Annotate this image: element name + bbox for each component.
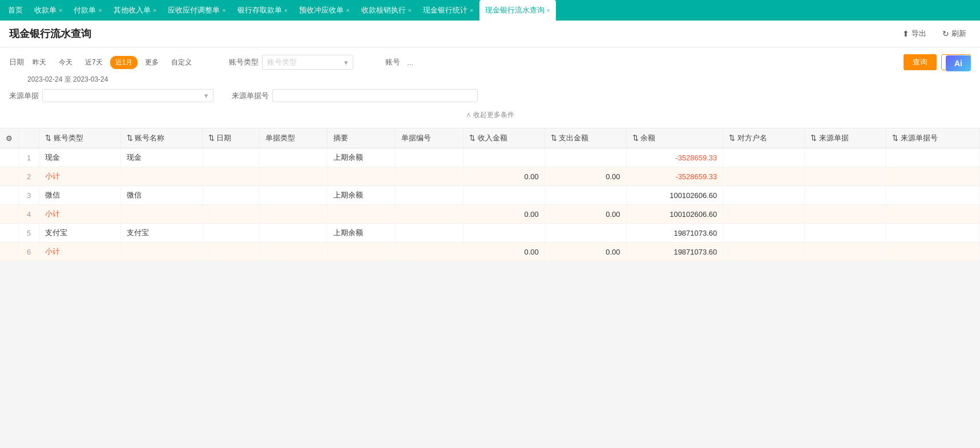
nav-item-bank-deposit[interactable]: 银行存取款单 × [232,0,293,21]
cell-doc-no [395,224,463,243]
ai-label: Ai [954,59,962,68]
nav-item-cash-bank-stats[interactable]: 现金银行统计 × [417,0,479,21]
cell-date [202,167,259,186]
cell-balance: -3528659.33 [626,167,723,186]
cell-expense: 0.00 [545,243,626,261]
cell-date [202,148,259,167]
cell-source-doc-no [886,186,979,205]
cell-summary [328,167,396,186]
cell-doc-type [260,224,328,243]
cell-balance: 19871073.60 [626,224,723,243]
table-row: 2 小计 0.00 0.00 -3528659.33 [0,167,980,186]
nav-item-ar-ap-adjust[interactable]: 应收应付调整单 × [162,0,231,21]
cell-source-doc-no [886,148,979,167]
nav-item-payment[interactable]: 付款单 × [68,0,107,21]
nav-item-cash-bank-flow[interactable]: 现金银行流水查询 × [479,0,556,21]
cell-gear [0,224,19,243]
cell-doc-no [395,243,463,261]
export-icon: ⬆ [902,29,909,38]
cell-gear [0,205,19,224]
th-gear[interactable]: ⚙ [0,128,19,148]
nav-bank-deposit-label: 银行存取款单 [237,5,282,15]
more-btn[interactable]: ... [404,57,417,68]
cell-source-doc-no [886,243,979,261]
cell-gear [0,186,19,205]
cell-balance: -3528659.33 [626,148,723,167]
ai-badge[interactable]: Ai [946,55,971,71]
cell-balance: 100102606.60 [626,205,723,224]
filter-row-1: 日期 昨天 今天 近7天 近1月 更多 自定义 账号类型 账号类型 ▾ 账号 .… [9,54,971,70]
date-buttons: 昨天 今天 近7天 近1月 更多 自定义 [27,56,197,69]
th-source-doc[interactable]: ⇅ 来源单据 [805,128,886,148]
collapse-bar[interactable]: ∧ 收起更多条件 [9,107,971,121]
cell-source-doc-no [886,205,979,224]
export-button[interactable]: ⬆ 导出 [898,26,931,41]
cell-counterparty [723,148,805,167]
th-expense[interactable]: ⇅ 支出金额 [545,128,626,148]
cell-counterparty [723,205,805,224]
nav-other-income-close[interactable]: × [153,7,156,14]
nav-item-receipt[interactable]: 收款单 × [29,0,68,21]
date-btn-1month[interactable]: 近1月 [110,56,138,69]
nav-ar-ap-close[interactable]: × [222,7,225,14]
chevron-down-icon: ▾ [344,58,348,67]
source-doc-num-input[interactable] [272,89,478,102]
cell-counterparty [723,224,805,243]
cell-seq: 4 [19,205,39,224]
nav-cash-flow-close[interactable]: × [547,7,550,14]
table-row: 4 小计 0.00 0.00 100102606.60 [0,205,980,224]
query-button[interactable]: 查询 [904,54,937,70]
cell-summary [328,205,396,224]
th-account-name[interactable]: ⇅ 账号名称 [120,128,202,148]
nav-receipt-close[interactable]: × [59,7,62,14]
cell-expense: 0.00 [545,205,626,224]
th-income[interactable]: ⇅ 收入金额 [463,128,545,148]
cell-account-type: 小计 [39,205,121,224]
date-range-text: 2023-02-24 至 2023-03-24 [27,75,108,83]
nav-item-home[interactable]: 首页 [2,0,29,21]
cell-doc-no [395,148,463,167]
cell-counterparty [723,243,805,261]
nav-collection-close[interactable]: × [408,7,412,14]
nav-prepay-close[interactable]: × [346,7,349,14]
nav-bank-deposit-close[interactable]: × [284,7,288,14]
source-doc-num-group: 来源单据号 [232,89,478,102]
nav-prepay-label: 预收冲应收单 [299,5,344,15]
th-account-type[interactable]: ⇅ 账号类型 [39,128,121,148]
th-source-doc-no[interactable]: ⇅ 来源单据号 [886,128,979,148]
nav-home-label: 首页 [8,5,23,15]
cell-income: 0.00 [463,167,545,186]
date-range-display: 2023-02-24 至 2023-03-24 [25,75,971,84]
cell-seq: 3 [19,186,39,205]
cell-seq: 5 [19,224,39,243]
nav-cash-flow-label: 现金银行流水查询 [485,5,545,15]
date-filter-group: 日期 昨天 今天 近7天 近1月 更多 自定义 [9,56,197,69]
cell-doc-type [260,148,328,167]
date-btn-custom[interactable]: 自定义 [166,56,197,69]
nav-item-prepay-offset[interactable]: 预收冲应收单 × [293,0,355,21]
nav-other-income-label: 其他收入单 [114,5,151,15]
nav-payment-label: 付款单 [74,5,96,15]
nav-item-collection-verify[interactable]: 收款核销执行 × [356,0,417,21]
cell-source-doc [805,224,886,243]
th-counterparty[interactable]: ⇅ 对方户名 [723,128,805,148]
source-doc-select[interactable]: ▾ [42,89,213,102]
cell-balance: 19871073.60 [626,243,723,261]
date-btn-yesterday[interactable]: 昨天 [27,56,51,69]
th-balance[interactable]: ⇅ 余额 [626,128,723,148]
date-btn-more[interactable]: 更多 [140,56,164,69]
cell-account-name [120,243,202,261]
date-btn-7days[interactable]: 近7天 [80,56,108,69]
cell-account-type: 微信 [39,186,121,205]
cell-expense [545,148,626,167]
th-date[interactable]: ⇅ 日期 [202,128,259,148]
date-btn-today[interactable]: 今天 [54,56,78,69]
source-doc-label: 来源单据 [9,91,39,101]
refresh-button[interactable]: ↻ 刷新 [938,26,971,41]
account-type-select[interactable]: 账号类型 ▾ [262,55,353,70]
nav-payment-close[interactable]: × [98,7,102,14]
cell-source-doc [805,205,886,224]
nav-item-other-income[interactable]: 其他收入单 × [108,0,162,21]
nav-cash-stats-close[interactable]: × [470,7,473,14]
nav-collection-label: 收款核销执行 [361,5,406,15]
